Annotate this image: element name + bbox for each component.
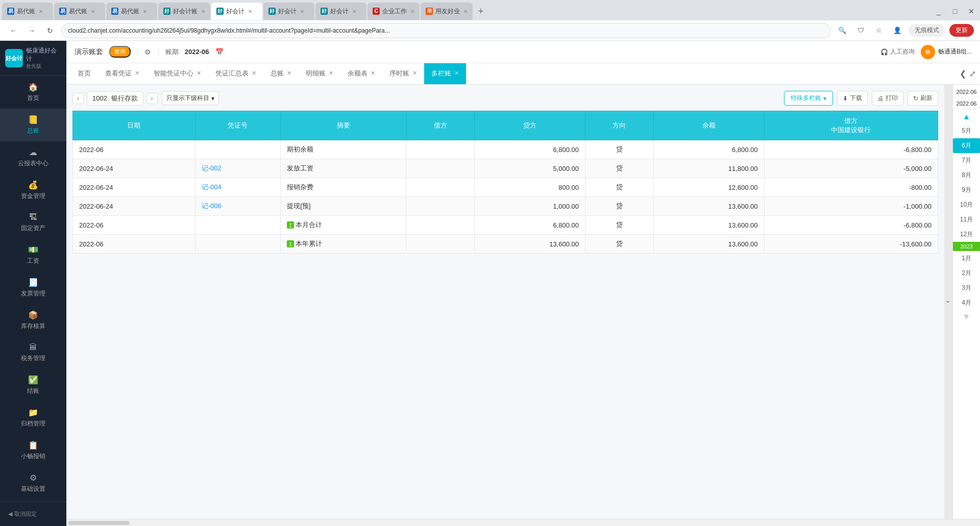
sidebar-item-expense[interactable]: 📋 小畅报销 [0, 434, 66, 467]
tab-close-view-voucher[interactable]: ✕ [135, 70, 139, 77]
back-button[interactable]: ← [6, 23, 20, 38]
tab-close-voucher-summary[interactable]: ✕ [252, 70, 256, 77]
close-button[interactable]: ✕ [965, 5, 978, 18]
url-input[interactable] [61, 23, 831, 38]
tab-close-8[interactable]: ✕ [410, 9, 414, 14]
date-item-9[interactable]: 9月 [953, 183, 980, 197]
sidebar-item-invoice[interactable]: 🧾 发票管理 [0, 271, 66, 304]
collapse-left-icon[interactable]: ❮ [960, 69, 966, 79]
date-item-5[interactable]: 5月 [953, 123, 980, 138]
tab-voucher-summary[interactable]: 凭证汇总表 ✕ [208, 63, 263, 85]
tab-close-general[interactable]: ✕ [287, 70, 291, 77]
cancel-fixed-button[interactable]: ◀ 取消固定 [5, 507, 61, 521]
sidebar-item-label-archive: 归档管理 [21, 419, 45, 428]
horizontal-scrollbar[interactable] [66, 519, 980, 526]
cell-direction: 贷 [585, 216, 654, 235]
tab-close-2[interactable]: ✕ [91, 9, 95, 14]
sidebar-item-ledger[interactable]: 📒 总账 [0, 109, 66, 141]
tab-close-1[interactable]: ✕ [39, 9, 43, 14]
tab-close-5[interactable]: ✕ [248, 9, 252, 14]
reload-button[interactable]: ↻ [43, 23, 57, 38]
tab-favicon-2: 易 [59, 8, 66, 15]
tab-chrono-ledger[interactable]: 序时账 ✕ [382, 63, 424, 85]
update-button[interactable]: 更新 [949, 24, 974, 37]
date-item-3[interactable]: 3月 [953, 281, 980, 295]
settings-gear-icon[interactable]: ⚙ [144, 48, 151, 56]
tab-detail-ledger[interactable]: 明细账 ✕ [299, 63, 340, 85]
tab-view-voucher[interactable]: 查看凭证 ✕ [98, 63, 146, 85]
browser-tab-8[interactable]: C 企业工作 ✕ [368, 3, 420, 20]
tab-close-chrono[interactable]: ✕ [412, 70, 417, 77]
profile-icon[interactable]: 👤 [890, 23, 904, 38]
tab-close-4[interactable]: ✕ [201, 9, 205, 14]
account-prev-button[interactable]: ‹ [72, 93, 84, 104]
calendar-icon[interactable]: 📅 [215, 48, 224, 56]
star-icon[interactable]: ☆ [872, 23, 886, 38]
print-button[interactable]: 🖨 打印 [872, 91, 903, 106]
tab-close-balance[interactable]: ✕ [371, 70, 375, 77]
tab-close-3[interactable]: ✕ [143, 9, 147, 14]
date-item-1[interactable]: 1月 [953, 251, 980, 266]
sidebar-item-home[interactable]: 🏠 首页 [0, 76, 66, 109]
tab-general-ledger[interactable]: 总账 ✕ [263, 63, 299, 85]
sidebar-item-fund[interactable]: 💰 资金管理 [0, 174, 66, 207]
browser-tab-1[interactable]: 易 易代账 ✕ [2, 3, 53, 20]
collapse-panel-button[interactable]: › [944, 85, 952, 519]
date-item-6[interactable]: 6月 [953, 138, 980, 153]
filter-select[interactable]: 只显示下级科目 ▾ [162, 91, 219, 105]
browser-tab-7[interactable]: 好 好会计 ✕ [315, 3, 366, 20]
tab-close-9[interactable]: ✕ [463, 9, 468, 14]
tab-smart-voucher[interactable]: 智能凭证中心 ✕ [146, 63, 208, 85]
new-tab-button[interactable]: + [474, 4, 488, 18]
forward-button[interactable]: → [24, 23, 39, 38]
date-item-10[interactable]: 10月 [953, 197, 980, 212]
browser-tab-3[interactable]: 易 易代账 ✕ [106, 3, 157, 20]
sidebar-item-salary[interactable]: 💵 工资 [0, 239, 66, 271]
minimize-button[interactable]: _ [932, 5, 945, 18]
search-icon[interactable]: 🔍 [835, 23, 849, 38]
date-item-12[interactable]: 12月 [953, 227, 980, 242]
date-item-2[interactable]: 2月 [953, 266, 980, 281]
date-item-11[interactable]: 11月 [953, 212, 980, 227]
account-next-button[interactable]: › [146, 93, 158, 104]
scroll-thumb[interactable] [68, 521, 130, 525]
shield-icon[interactable]: 🛡 [853, 23, 868, 38]
sidebar-item-archive[interactable]: 📁 归档管理 [0, 402, 66, 434]
expand-icon[interactable]: ⤢ [969, 69, 976, 79]
sidebar-item-asset[interactable]: 🏗 固定资产 [0, 207, 66, 239]
sidebar-item-settlement[interactable]: ✅ 结账 [0, 369, 66, 402]
tab-multi-column[interactable]: 多栏账 ✕ [424, 63, 466, 85]
refresh-button[interactable]: ↻ 刷新 [908, 91, 938, 106]
tab-close-detail[interactable]: ✕ [329, 70, 333, 77]
sidebar-item-cloud-report[interactable]: ☁ 云报表中心 [0, 141, 66, 174]
maximize-button[interactable]: □ [948, 5, 962, 18]
tab-close-6[interactable]: ✕ [300, 9, 304, 14]
date-item-4[interactable]: 4月 [953, 295, 980, 310]
date-item-8[interactable]: 8月 [953, 168, 980, 183]
tab-home[interactable]: 首页 [70, 63, 98, 85]
date-scroll-up-button[interactable]: ▲ [961, 110, 973, 123]
sidebar-item-inventory[interactable]: 📦 库存核算 [0, 304, 66, 337]
date-scroll-down-button[interactable]: ▼ [961, 310, 973, 323]
voucher-link[interactable]: 记-006 [202, 202, 222, 210]
consult-button[interactable]: 🎧 人工咨询 [880, 47, 915, 56]
sidebar-item-settings[interactable]: ⚙ 基础设置 [0, 467, 66, 499]
tab-balance-sheet[interactable]: 余额表 ✕ [340, 63, 382, 85]
download-button[interactable]: ⬇ 下载 [837, 91, 868, 106]
voucher-link[interactable]: 记-004 [202, 183, 222, 191]
date-item-7[interactable]: 7月 [953, 153, 980, 168]
demo-badge[interactable]: 禁用 [109, 46, 131, 58]
browser-tab-2[interactable]: 易 易代账 ✕ [54, 3, 105, 20]
browser-tab-4[interactable]: 好 好会计账 ✕ [158, 3, 210, 20]
tab-close-7[interactable]: ✕ [352, 9, 356, 14]
sidebar-item-tax[interactable]: 🏛 税务管理 [0, 337, 66, 369]
special-multi-button[interactable]: 特殊多栏账 ▾ [784, 91, 833, 106]
incognito-mode-button[interactable]: 无痕模式 [909, 24, 945, 37]
tab-close-multi[interactable]: ✕ [454, 70, 459, 77]
voucher-link[interactable]: 记-002 [202, 164, 222, 172]
account-label[interactable]: 1002 银行存款 [87, 91, 143, 106]
tab-close-smart[interactable]: ✕ [197, 70, 201, 77]
browser-tab-5[interactable]: 好 好会计 ✕ [211, 3, 262, 20]
browser-tab-6[interactable]: 好 好会计 ✕ [263, 3, 314, 20]
browser-tab-9[interactable]: 用 用友好业 ✕ [421, 3, 473, 20]
